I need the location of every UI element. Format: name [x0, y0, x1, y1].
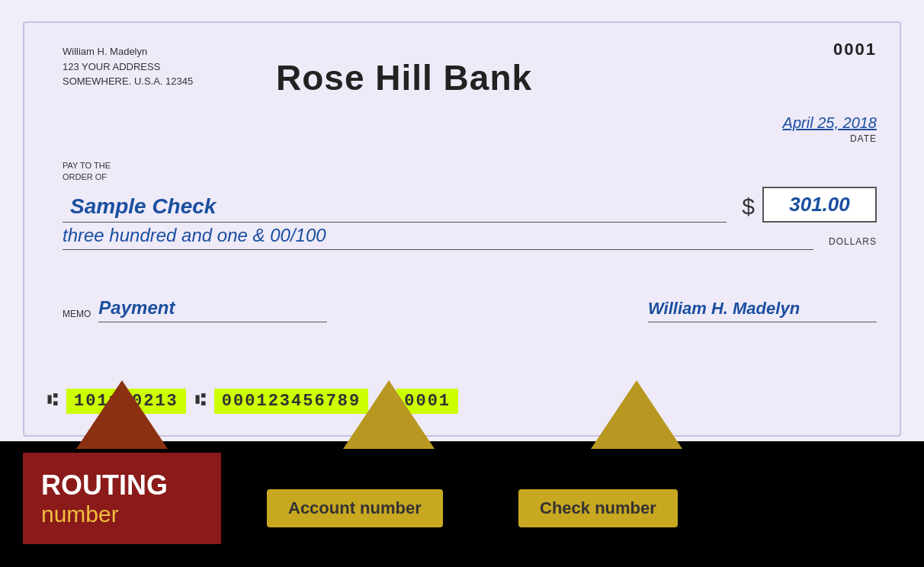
account-number-label: Account number [267, 489, 443, 527]
address-block: William H. Madelyn 123 YOUR ADDRESS SOME… [63, 44, 193, 89]
routing-word2: number [41, 501, 203, 527]
micr-close-symbol: ⑆ [195, 392, 205, 411]
page-wrapper: 0001 Rose Hill Bank William H. Madelyn 1… [0, 0, 924, 567]
dollars-label: DOLLARS [829, 236, 877, 247]
dollar-sign: $ [742, 194, 755, 219]
memo-label: MEMO [63, 309, 91, 319]
check-number-arrow [591, 380, 682, 449]
owner-name: William H. Madelyn [63, 44, 193, 59]
micr-open-symbol: ⑆ [47, 392, 57, 411]
routing-arrow [76, 380, 168, 449]
amount-box: 301.00 [762, 187, 877, 223]
written-amount: three hundred and one & 00/100 [63, 225, 813, 250]
micr-line: ⑆ 101110213 ⑆ 000123456789 ⑇ 0001 [47, 389, 877, 414]
signature-line: William H. Madelyn [648, 299, 877, 322]
routing-word1: ROUTING [41, 469, 203, 501]
svg-marker-0 [76, 380, 168, 449]
date-label: DATE [783, 133, 877, 144]
address-line1: 123 YOUR ADDRESS [63, 59, 193, 75]
bank-name: Rose Hill Bank [276, 57, 532, 98]
svg-marker-1 [343, 380, 435, 449]
check-document: 0001 Rose Hill Bank William H. Madelyn 1… [23, 21, 901, 437]
date-value: April 25, 2018 [783, 114, 877, 132]
svg-marker-2 [591, 380, 682, 449]
routing-label-box: ROUTING number [23, 453, 221, 544]
memo-value: Payment [98, 297, 327, 322]
written-amount-section: three hundred and one & 00/100 DOLLARS [63, 225, 877, 250]
check-number-label: Check number [518, 489, 678, 527]
pay-to-section: PAY TO THE ORDER OF Sample Check $ 301.0… [63, 160, 877, 223]
memo-section: MEMO Payment William H. Madelyn [63, 297, 877, 322]
date-area: April 25, 2018 DATE [783, 114, 877, 144]
account-arrow [343, 380, 435, 449]
memo-left: MEMO Payment [63, 297, 327, 322]
pay-to-label: PAY TO THE ORDER OF [63, 160, 877, 184]
payee-name: Sample Check [63, 194, 727, 223]
signature-value: William H. Madelyn [648, 299, 877, 319]
pay-to-line: Sample Check $ 301.00 [63, 187, 877, 223]
check-number-top: 0001 [833, 40, 877, 59]
address-line2: SOMEWHERE. U.S.A. 12345 [63, 74, 193, 89]
